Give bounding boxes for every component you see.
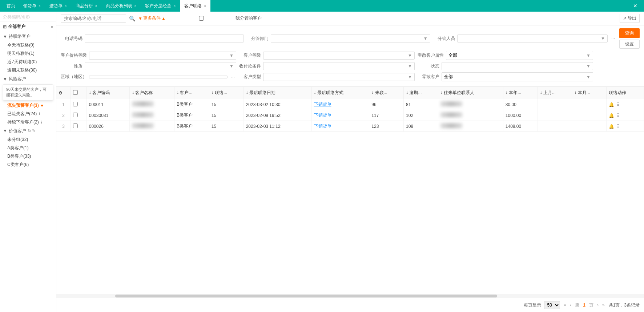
caret-down-icon-10: ▼ [586, 74, 591, 80]
filter-retail-customer-select[interactable]: 全部 ▼ [442, 72, 593, 81]
sidebar-search-input[interactable] [3, 15, 56, 20]
window-close-btn[interactable]: ✕ [629, 3, 641, 9]
tab-customer-connect[interactable]: 客户联络 × [180, 0, 210, 12]
filter-region-select[interactable] [89, 76, 228, 78]
filter-payment: 收付款条件 ▼ [239, 62, 415, 70]
cell-checkbox[interactable] [71, 110, 87, 121]
sidebar-group-risk[interactable]: ▼ 风险客户 [0, 74, 56, 84]
tab-analysis-list[interactable]: 商品分析列表 × [102, 0, 141, 12]
per-page-select[interactable]: 50 [544, 301, 560, 309]
query-button[interactable]: 查询 [619, 28, 640, 38]
sidebar-group-value[interactable]: ▼ 价值客户 ↻ ✎ [0, 126, 56, 135]
filter-price-tier-select[interactable]: ▼ [89, 52, 236, 60]
col-code[interactable]: ↕ 客户编码 [86, 87, 129, 99]
filter-region-dots[interactable]: ··· [230, 74, 236, 80]
col-uncontacted[interactable]: ↕ 未联... [369, 87, 404, 99]
close-customer-connect-tab[interactable]: × [204, 4, 206, 8]
cell-checkbox[interactable] [71, 121, 87, 132]
filter-nature-select[interactable]: ▼ [85, 62, 236, 70]
tab-home[interactable]: 首页 [3, 3, 19, 9]
sidebar-item-overdue-contact[interactable]: 逾期未联络(30) [0, 66, 56, 74]
cell-last-contact-method[interactable]: 下销货单 [311, 121, 369, 132]
cell-action[interactable]: 🔔 ⠿ [607, 99, 644, 110]
sidebar-item-week[interactable]: 近7天待联络(0) [0, 58, 56, 66]
first-page-btn[interactable]: « [563, 303, 568, 308]
action-buttons: 查询 设置 [619, 28, 640, 49]
filter-payment-select[interactable]: ▼ [263, 62, 415, 70]
search-button[interactable]: 🔍 [129, 16, 135, 21]
sidebar-all-customers[interactable]: ⊞ 全部客户 « [0, 21, 56, 32]
sidebar-item-churn-risk[interactable]: 流失预警客户(3) ● [0, 101, 56, 110]
export-button[interactable]: ↗ 导出 [620, 14, 640, 23]
more-actions-icon[interactable]: ⠿ [616, 124, 620, 129]
my-customers-check[interactable] [169, 16, 234, 21]
tab-analysis[interactable]: 商品分析 × [71, 0, 102, 12]
filter-customer-tier-select[interactable]: ▼ [263, 52, 415, 60]
sidebar-item-churned[interactable]: 已流失客户(24) ℹ [0, 110, 56, 118]
col-last-contact-date[interactable]: ↕ 最后联络日期 [243, 87, 311, 99]
cell-action[interactable]: 🔔 ⠿ [607, 121, 644, 132]
filter-dept-select[interactable]: ▼ [271, 35, 430, 42]
sidebar-item-a-class[interactable]: A类客户(1) [0, 144, 56, 152]
col-last-month[interactable]: ↕ 上月... [538, 87, 572, 99]
sidebar-collapse-btn[interactable]: « [51, 24, 53, 29]
col-name[interactable]: ↕ 客户名称 [130, 87, 174, 99]
more-conditions-btn[interactable]: ▼ 更多条件 ▲ [138, 15, 166, 21]
more-actions-icon[interactable]: ⠿ [616, 102, 620, 107]
edit-icon[interactable]: ✎ [32, 128, 36, 133]
col-this-year[interactable]: ↕ 本年... [503, 87, 538, 99]
next-page-btn[interactable]: › [596, 303, 600, 308]
horizontal-scrollbar[interactable] [56, 294, 644, 298]
sidebar-item-b-class[interactable]: B类客户(33) [0, 152, 56, 161]
cell-checkbox[interactable] [71, 99, 87, 110]
sidebar-item-c-class[interactable]: C类客户(6) [0, 161, 56, 169]
tab-purchase[interactable]: 进货单 × [45, 0, 71, 12]
my-customers-checkbox[interactable]: 我分管的客户 [169, 15, 262, 21]
contact-icon[interactable]: 🔔 [609, 102, 614, 107]
more-actions-icon[interactable]: ⠿ [616, 113, 620, 118]
filter-customer-type-select[interactable]: ▼ [263, 73, 415, 81]
cell-row-num: 3 [56, 121, 71, 132]
sidebar-group-pending[interactable]: ▼ 待联络客户 [0, 32, 56, 41]
col-overdue[interactable]: ↕ 逾期... [404, 87, 438, 99]
col-checkbox[interactable] [71, 87, 87, 99]
filter-retail-attr-select[interactable]: 全部 ▼ [446, 51, 593, 60]
sidebar-item-downtrend[interactable]: 持续下滑客户(2) ℹ [0, 118, 56, 126]
contact-icon[interactable]: 🔔 [609, 124, 614, 129]
current-page: 1 [582, 303, 587, 308]
prev-page-btn[interactable]: ‹ [569, 303, 572, 308]
close-analysis-list-tab[interactable]: × [134, 4, 137, 8]
row-checkbox[interactable] [73, 123, 78, 128]
tab-sales[interactable]: 销货单 × [19, 0, 45, 12]
close-analysis-tab[interactable]: × [95, 4, 97, 8]
filter-status-select[interactable]: ▼ [442, 62, 593, 70]
search-input[interactable] [61, 15, 126, 23]
select-all-checkbox[interactable] [73, 90, 78, 95]
row-checkbox[interactable] [73, 113, 78, 117]
col-company-contact[interactable]: ↕ 往来单位联系人 [438, 87, 503, 99]
contact-icon[interactable]: 🔔 [609, 113, 614, 118]
col-settings[interactable]: ⚙ [56, 87, 71, 99]
settings-button[interactable]: 设置 [619, 40, 640, 49]
sidebar-item-today[interactable]: 今天待联络(0) [0, 41, 56, 49]
filter-person-dots[interactable]: ··· [610, 36, 616, 41]
close-purchase-tab[interactable]: × [65, 4, 67, 8]
filter-person-select[interactable]: ▼ [457, 35, 608, 42]
filter-phone-input[interactable] [85, 35, 244, 42]
cell-last-contact-method[interactable]: 下销货单 [311, 110, 369, 121]
cell-action[interactable]: 🔔 ⠿ [607, 110, 644, 121]
col-this-month[interactable]: ↕ 本月... [572, 87, 607, 99]
cell-last-contact-method[interactable]: 下销货单 [311, 99, 369, 110]
close-customer-tier-tab[interactable]: × [173, 4, 176, 8]
sidebar-item-tomorrow[interactable]: 明天待联络(1) [0, 49, 56, 58]
tab-customer-tier[interactable]: 客户分层经营 × [141, 0, 180, 12]
row-checkbox[interactable] [73, 102, 78, 106]
refresh-icon[interactable]: ↻ [28, 128, 31, 133]
last-page-btn[interactable]: » [601, 303, 606, 308]
col-type[interactable]: ↕ 客户... [174, 87, 209, 99]
sidebar-item-unclassified[interactable]: 未分组(32) [0, 135, 56, 144]
col-last-contact-method[interactable]: ↕ 最后联络方式 [311, 87, 369, 99]
scrollbar-thumb[interactable] [115, 295, 497, 297]
close-sales-tab[interactable]: × [39, 4, 41, 8]
col-contacts[interactable]: ↕ 联络... [209, 87, 243, 99]
